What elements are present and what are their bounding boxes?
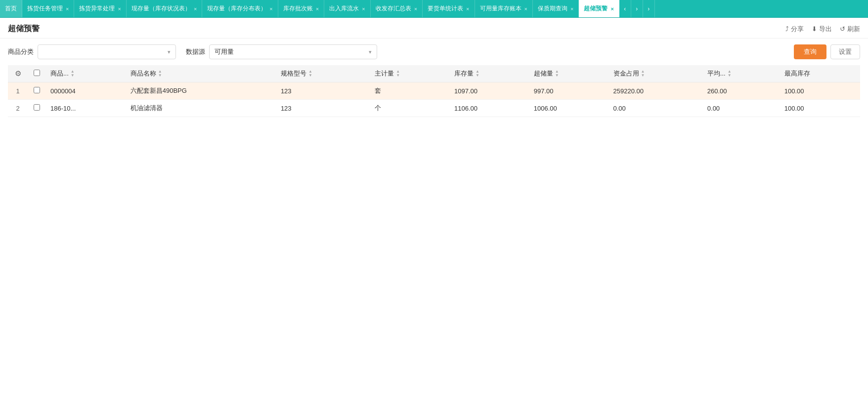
close-icon[interactable]: × [316, 6, 319, 12]
nav-tab-stock-dist[interactable]: 现存量（库存分布表） × [202, 0, 278, 18]
datasource-label: 数据源 [186, 47, 205, 56]
overstock-cell: 1006.00 [529, 100, 608, 117]
spec-col-header[interactable]: 规格型号 ▲▼ [276, 65, 370, 82]
close-icon[interactable]: × [362, 6, 365, 12]
row-index: 2 [8, 100, 28, 117]
export-label: 导出 [819, 25, 832, 34]
select-all-checkbox[interactable] [34, 70, 40, 76]
refresh-icon: ↺ [840, 25, 845, 33]
available-account-label: 可用量库存账本 [480, 4, 521, 13]
close-icon[interactable]: × [610, 6, 613, 12]
sort-arrows: ▲▼ [476, 70, 479, 78]
gear-icon[interactable]: ⚙ [15, 69, 21, 78]
query-button[interactable]: 查询 [794, 44, 826, 59]
nav-next-arrow[interactable]: › [631, 0, 643, 18]
nav-tab-batch-account[interactable]: 库存批次账 × [278, 0, 324, 18]
abnormal-label: 拣货异常处理 [79, 4, 115, 13]
overstock-col-header[interactable]: 超储量 ▲▼ [529, 65, 608, 82]
table-container: ⚙ 商品... ▲▼ 商品名称 ▲▼ [0, 65, 868, 125]
stock-status-label: 现存量（库存状况表） [131, 4, 191, 13]
sort-arrows: ▲▼ [158, 70, 162, 78]
chevron-down-icon: ▾ [168, 49, 171, 55]
product-name-cell: 机油滤清器 [126, 100, 276, 117]
close-icon[interactable]: × [194, 6, 197, 12]
close-icon[interactable]: × [524, 6, 527, 12]
row-checkbox[interactable] [34, 104, 40, 111]
settings-col-header: ⚙ [8, 65, 28, 82]
share-button[interactable]: ⤴ 分享 [785, 25, 804, 34]
product-code-cell: 0000004 [45, 82, 126, 100]
overstock-cell: 997.00 [529, 82, 608, 100]
filter-area: 商品分类 ▾ 数据源 可用量 ▾ 查询 设置 [0, 39, 868, 65]
quality-check-label: 保质期查询 [538, 4, 567, 13]
filter-buttons: 查询 设置 [794, 44, 860, 59]
stock-cell: 1097.00 [449, 82, 529, 100]
max-stock-cell: 100.00 [780, 100, 860, 117]
capital-col-header[interactable]: 资金占用 ▲▼ [608, 65, 702, 82]
close-icon[interactable]: × [269, 6, 272, 12]
top-nav: 首页 拣货任务管理 × 拣货异常处理 × 现存量（库存状况表） × 现存量（库存… [0, 0, 868, 18]
unit-col-header[interactable]: 主计量 ▲▼ [370, 65, 449, 82]
unit-cell: 个 [370, 100, 449, 117]
product-name-col-header[interactable]: 商品名称 ▲▼ [126, 65, 276, 82]
close-icon[interactable]: × [570, 6, 573, 12]
row-index: 1 [8, 82, 28, 100]
page-title: 超储预警 [8, 24, 40, 34]
refresh-button[interactable]: ↺ 刷新 [840, 25, 860, 34]
home-label: 首页 [5, 4, 17, 13]
nav-tab-stock-status[interactable]: 现存量（库存状况表） × [127, 0, 202, 18]
capital-cell: 0.00 [608, 100, 702, 117]
sort-arrows: ▲▼ [555, 70, 559, 78]
close-icon[interactable]: × [414, 6, 417, 12]
nav-tab-home[interactable]: 首页 [0, 0, 22, 18]
nav-tab-quality-check[interactable]: 保质期查询 × [533, 0, 579, 18]
table-row: 1 0000004 六配套新昌490BPG 123 套 1097.00 997.… [8, 82, 860, 100]
nav-tab-available-account[interactable]: 可用量库存账本 × [475, 0, 533, 18]
datasource-select[interactable]: 可用量 ▾ [209, 44, 377, 59]
table-row: 2 186-10... 机油滤清器 123 个 1106.00 1006.00 … [8, 100, 860, 117]
capital-cell: 259220.00 [608, 82, 702, 100]
nav-prev-arrow[interactable]: ‹ [619, 0, 631, 18]
row-checkbox[interactable] [34, 87, 40, 93]
close-icon[interactable]: × [118, 6, 121, 12]
export-icon: ⬇ [812, 25, 817, 33]
sort-arrows: ▲▼ [641, 70, 645, 78]
share-label: 分享 [791, 25, 804, 34]
close-icon[interactable]: × [466, 6, 469, 12]
nav-tab-task-mgmt[interactable]: 拣货任务管理 × [22, 0, 74, 18]
avg-cell: 0.00 [702, 100, 780, 117]
close-icon[interactable]: × [66, 6, 69, 12]
task-mgmt-label: 拣货任务管理 [27, 4, 63, 13]
datasource-filter: 数据源 可用量 ▾ [186, 44, 377, 59]
datasource-value: 可用量 [215, 47, 234, 56]
nav-tab-collect-summary[interactable]: 收发存汇总表 × [371, 0, 423, 18]
table-body: 1 0000004 六配套新昌490BPG 123 套 1097.00 997.… [8, 82, 860, 117]
avg-cell: 260.00 [702, 82, 780, 100]
nav-tab-order-stats[interactable]: 要货单统计表 × [423, 0, 475, 18]
spec-cell: 123 [276, 100, 370, 117]
stock-col-header[interactable]: 库存量 ▲▼ [449, 65, 529, 82]
nav-tab-overstock-warning[interactable]: 超储预警 × [579, 0, 619, 18]
table-header-row: ⚙ 商品... ▲▼ 商品名称 ▲▼ [8, 65, 860, 82]
product-code-col-header[interactable]: 商品... ▲▼ [45, 65, 126, 82]
category-select[interactable]: ▾ [38, 44, 176, 59]
page-header: 超储预警 ⤴ 分享 ⬇ 导出 ↺ 刷新 [0, 18, 868, 39]
nav-more-arrow[interactable]: › [643, 0, 655, 18]
nav-tab-abnormal[interactable]: 拣货异常处理 × [74, 0, 126, 18]
sort-arrows: ▲▼ [71, 70, 75, 78]
checkbox-col-header [28, 65, 45, 82]
category-label: 商品分类 [8, 47, 34, 56]
stock-cell: 1106.00 [449, 100, 529, 117]
header-actions: ⤴ 分享 ⬇ 导出 ↺ 刷新 [785, 25, 860, 34]
sort-arrows: ▲▼ [396, 70, 400, 78]
data-table: ⚙ 商品... ▲▼ 商品名称 ▲▼ [8, 65, 860, 117]
settings-button[interactable]: 设置 [830, 44, 860, 59]
overstock-warning-label: 超储预警 [584, 4, 608, 13]
nav-tab-inout-flow[interactable]: 出入库流水 × [324, 0, 370, 18]
row-checkbox-cell [28, 100, 45, 117]
chevron-down-icon: ▾ [369, 49, 372, 55]
inout-flow-label: 出入库流水 [329, 4, 359, 13]
export-button[interactable]: ⬇ 导出 [812, 25, 832, 34]
avg-col-header[interactable]: 平均... ▲▼ [702, 65, 780, 82]
max-stock-col-header[interactable]: 最高库存 [780, 65, 860, 82]
